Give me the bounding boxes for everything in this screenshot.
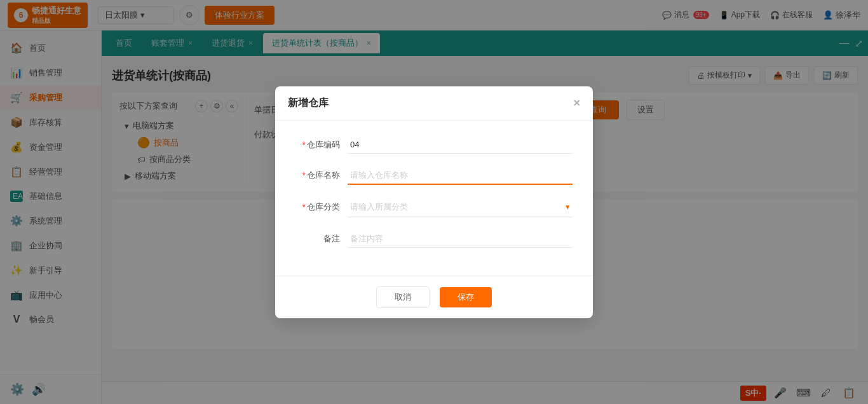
name-required-mark: * [302, 170, 306, 180]
save-button[interactable]: 保存 [440, 287, 492, 307]
category-select-placeholder: 请输入所属分类 [350, 201, 408, 213]
notes-label: 备注 [295, 233, 340, 245]
category-form-label: * 仓库分类 [295, 201, 340, 213]
cancel-button[interactable]: 取消 [376, 286, 430, 308]
code-label-text: 仓库编码 [307, 139, 340, 151]
code-required-mark: * [302, 140, 306, 150]
warehouse-notes-input[interactable] [348, 230, 573, 248]
form-row-category: * 仓库分类 请输入所属分类 ▾ [295, 198, 573, 217]
category-label-text: 仓库分类 [307, 201, 340, 213]
category-required-mark: * [302, 202, 306, 212]
warehouse-name-input[interactable] [348, 166, 573, 185]
modal-close-button[interactable]: × [573, 97, 580, 110]
name-label-text: 仓库名称 [307, 170, 340, 181]
code-label: * 仓库编码 [295, 139, 340, 151]
modal-body: * 仓库编码 * 仓库名称 * 仓库分类 请输入所属 [275, 121, 593, 276]
new-warehouse-modal: 新增仓库 × * 仓库编码 * 仓库名称 [275, 86, 593, 318]
notes-label-text: 备注 [323, 233, 340, 245]
form-row-notes: 备注 [295, 230, 573, 248]
modal-footer: 取消 保存 [275, 276, 593, 318]
warehouse-code-input[interactable] [348, 136, 573, 154]
name-label: * 仓库名称 [295, 170, 340, 181]
category-chevron-icon: ▾ [566, 202, 570, 212]
modal-title: 新增仓库 [288, 97, 329, 110]
form-row-name: * 仓库名称 [295, 166, 573, 185]
warehouse-category-select[interactable]: 请输入所属分类 ▾ [348, 198, 573, 217]
form-row-code: * 仓库编码 [295, 136, 573, 154]
modal-overlay: 新增仓库 × * 仓库编码 * 仓库名称 [0, 0, 868, 404]
modal-header: 新增仓库 × [275, 86, 593, 121]
